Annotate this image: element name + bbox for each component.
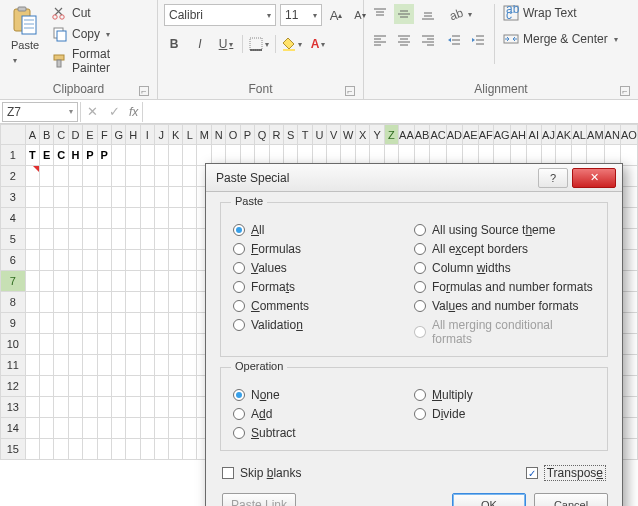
cell[interactable]	[126, 397, 140, 418]
cell[interactable]	[83, 418, 97, 439]
radio-option[interactable]: Values	[233, 261, 414, 275]
cell[interactable]	[54, 418, 68, 439]
row-header[interactable]: 6	[1, 250, 26, 271]
cell[interactable]	[126, 166, 140, 187]
cell[interactable]	[97, 355, 111, 376]
cell[interactable]	[54, 313, 68, 334]
radio-option[interactable]: Multiply	[414, 388, 595, 402]
row-header[interactable]: 5	[1, 229, 26, 250]
cell[interactable]	[111, 313, 125, 334]
italic-button[interactable]: I	[190, 34, 210, 54]
row-header[interactable]: 7	[1, 271, 26, 292]
cell[interactable]	[111, 229, 125, 250]
skip-blanks-checkbox[interactable]: Skip blanks	[222, 465, 301, 481]
cell[interactable]	[97, 292, 111, 313]
cell[interactable]	[111, 271, 125, 292]
cell[interactable]	[83, 313, 97, 334]
cell[interactable]	[126, 229, 140, 250]
cell[interactable]	[25, 271, 39, 292]
cell[interactable]	[68, 355, 82, 376]
cell[interactable]	[40, 208, 54, 229]
radio-option[interactable]: Values and number formats	[414, 299, 595, 313]
column-header[interactable]: R	[269, 125, 283, 145]
cell[interactable]	[54, 334, 68, 355]
cell[interactable]	[111, 334, 125, 355]
column-header[interactable]: AK	[556, 125, 572, 145]
cell[interactable]: T	[25, 145, 39, 166]
column-header[interactable]: AH	[510, 125, 526, 145]
bold-button[interactable]: B	[164, 34, 184, 54]
cell[interactable]	[126, 271, 140, 292]
paste-button[interactable]: Paste▾	[6, 4, 44, 68]
column-header[interactable]: U	[312, 125, 326, 145]
cell[interactable]	[68, 313, 82, 334]
cell[interactable]	[83, 397, 97, 418]
cell[interactable]	[168, 208, 182, 229]
align-left-button[interactable]	[370, 30, 390, 50]
column-header[interactable]: Q	[255, 125, 269, 145]
cell[interactable]	[168, 334, 182, 355]
cell[interactable]	[154, 439, 168, 460]
cell[interactable]	[68, 334, 82, 355]
cell[interactable]	[168, 355, 182, 376]
cell[interactable]	[40, 376, 54, 397]
column-header[interactable]: Z	[384, 125, 398, 145]
cell[interactable]	[25, 334, 39, 355]
cell[interactable]	[97, 187, 111, 208]
merge-center-button[interactable]: Merge & Center▾	[501, 30, 620, 48]
cell[interactable]	[40, 418, 54, 439]
cell[interactable]	[97, 418, 111, 439]
cell[interactable]: P	[97, 145, 111, 166]
cell[interactable]	[83, 250, 97, 271]
column-header[interactable]: M	[197, 125, 212, 145]
cell[interactable]	[40, 439, 54, 460]
column-header[interactable]: I	[140, 125, 154, 145]
cell[interactable]	[126, 418, 140, 439]
cell[interactable]	[126, 187, 140, 208]
column-header[interactable]: F	[97, 125, 111, 145]
cell[interactable]	[40, 250, 54, 271]
column-header[interactable]: P	[240, 125, 254, 145]
insert-function-button[interactable]: fx	[125, 105, 142, 119]
cell[interactable]	[54, 187, 68, 208]
row-header[interactable]: 15	[1, 439, 26, 460]
cell[interactable]	[168, 145, 182, 166]
row-header[interactable]: 4	[1, 208, 26, 229]
row-header[interactable]: 2	[1, 166, 26, 187]
copy-button[interactable]: Copy▾	[50, 25, 151, 43]
enter-formula-button[interactable]: ✓	[103, 104, 125, 119]
cell[interactable]	[183, 313, 197, 334]
decrease-indent-button[interactable]	[444, 30, 464, 50]
cell[interactable]	[54, 292, 68, 313]
cell[interactable]	[83, 271, 97, 292]
name-box[interactable]: Z7▾	[2, 102, 78, 122]
cell[interactable]: C	[54, 145, 68, 166]
column-header[interactable]: AJ	[541, 125, 556, 145]
column-header[interactable]: AM	[587, 125, 605, 145]
cell[interactable]	[140, 376, 154, 397]
cell[interactable]	[68, 250, 82, 271]
cell[interactable]	[40, 334, 54, 355]
cell[interactable]	[140, 292, 154, 313]
column-header[interactable]: AF	[478, 125, 493, 145]
ok-button[interactable]: OK	[452, 493, 526, 506]
paste-link-button[interactable]: Paste Link	[222, 493, 296, 506]
cell[interactable]	[168, 313, 182, 334]
increase-indent-button[interactable]	[468, 30, 488, 50]
cell[interactable]: E	[40, 145, 54, 166]
cell[interactable]	[40, 229, 54, 250]
cell[interactable]: P	[83, 145, 97, 166]
column-header[interactable]: X	[356, 125, 370, 145]
column-header[interactable]: L	[183, 125, 197, 145]
column-header[interactable]: AD	[446, 125, 462, 145]
cell[interactable]	[126, 334, 140, 355]
cell[interactable]	[154, 313, 168, 334]
column-header[interactable]: J	[154, 125, 168, 145]
cell[interactable]	[183, 418, 197, 439]
cell[interactable]	[183, 187, 197, 208]
align-top-button[interactable]	[370, 4, 390, 24]
cell[interactable]	[83, 334, 97, 355]
cell[interactable]	[111, 376, 125, 397]
cell[interactable]	[140, 166, 154, 187]
column-header[interactable]: AN	[604, 125, 620, 145]
